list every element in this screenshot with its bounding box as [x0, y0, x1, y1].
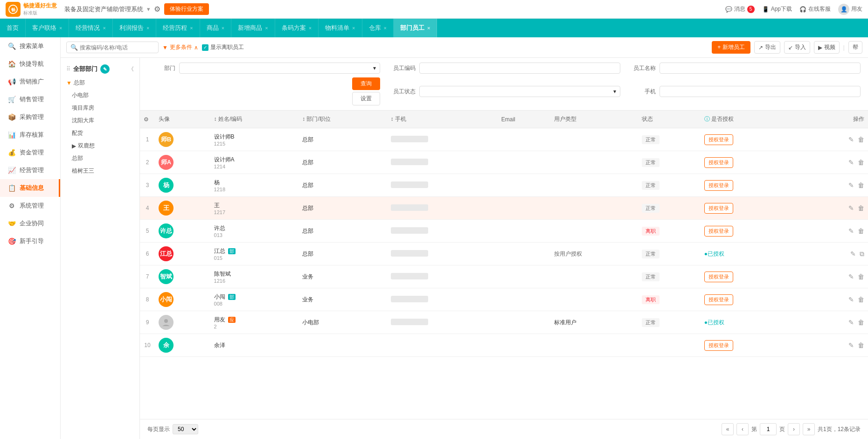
- sidebar-item-basic[interactable]: 📋 基础信息: [0, 179, 60, 197]
- auth-login-button[interactable]: 授权登录: [704, 180, 733, 191]
- nav-close-icon[interactable]: ×: [427, 25, 430, 31]
- auth-login-button[interactable]: 授权登录: [704, 294, 733, 305]
- edit-icon[interactable]: ✎: [848, 296, 854, 303]
- edit-icon[interactable]: ✎: [848, 319, 854, 326]
- auth-login-button[interactable]: 授权登录: [704, 340, 733, 351]
- nav-close-icon[interactable]: ×: [222, 25, 224, 31]
- nav-operation-status[interactable]: 经营情况 ×: [69, 19, 112, 37]
- view-button[interactable]: ▶ 视频: [814, 41, 840, 54]
- nav-close-icon[interactable]: ×: [146, 25, 149, 31]
- sidebar-item-operation[interactable]: 📈 经营管理: [0, 161, 60, 179]
- nav-barcode[interactable]: 条码方案 ×: [275, 19, 319, 37]
- delete-icon[interactable]: 🗑: [858, 159, 864, 166]
- nav-close-icon[interactable]: ×: [265, 25, 268, 31]
- dept-edit-icon[interactable]: ✎: [100, 64, 110, 74]
- th-dept[interactable]: ↕ 部门/职位: [299, 111, 387, 128]
- filter-phone-input[interactable]: [660, 86, 861, 97]
- nav-warehouse[interactable]: 仓库 ×: [362, 19, 394, 37]
- dropdown-arrow[interactable]: ▾: [147, 6, 150, 13]
- delete-icon[interactable]: 🗑: [858, 227, 864, 235]
- th-phone[interactable]: ↕ 手机: [387, 111, 498, 128]
- auth-login-button[interactable]: 授权登录: [704, 272, 733, 282]
- first-page-button[interactable]: «: [722, 423, 734, 435]
- edit-icon[interactable]: ✎: [848, 227, 854, 235]
- delete-icon[interactable]: 🗑: [858, 181, 864, 189]
- sidebar-item-purchase[interactable]: 📦 采购管理: [0, 108, 60, 126]
- sidebar-item-sales[interactable]: 🛒 销售管理: [0, 91, 60, 108]
- sidebar-item-search[interactable]: 🔍 搜索菜单: [0, 37, 60, 55]
- dept-tree-item-peihuo[interactable]: 配货: [61, 127, 139, 139]
- delete-icon[interactable]: 🗑: [858, 341, 864, 349]
- edit-icon[interactable]: ✎: [848, 204, 854, 212]
- add-employee-button[interactable]: + 新增员工: [712, 41, 750, 54]
- copy-icon[interactable]: ⧉: [860, 250, 864, 258]
- dept-tree-item-xiaodian[interactable]: 小电部: [61, 89, 139, 102]
- gear-icon[interactable]: ⚙: [154, 5, 160, 14]
- search-input-wrap[interactable]: 🔍: [66, 42, 159, 53]
- search-input[interactable]: [80, 44, 154, 51]
- filter-empcode-input[interactable]: [419, 63, 620, 74]
- sidebar-item-quicknav[interactable]: 🏠 快捷导航: [0, 55, 60, 73]
- delete-icon[interactable]: 🗑: [858, 136, 864, 143]
- online-service-item[interactable]: 🎧 在线客服: [799, 5, 831, 13]
- auth-login-button[interactable]: 授权登录: [704, 203, 733, 214]
- user-item[interactable]: 👤 用友: [838, 4, 862, 15]
- app-download-item[interactable]: 📱 App下载: [762, 5, 792, 13]
- trial-button[interactable]: 体验行业方案: [164, 3, 209, 15]
- delete-icon[interactable]: 🗑: [858, 273, 864, 280]
- nav-customer[interactable]: 客户联络 ×: [26, 19, 69, 37]
- nav-close-icon[interactable]: ×: [59, 25, 62, 31]
- auth-login-button[interactable]: 授权登录: [704, 134, 733, 145]
- edit-icon[interactable]: ✎: [848, 136, 854, 143]
- set-button[interactable]: 设置: [352, 92, 380, 105]
- filter-status-select[interactable]: ▾: [419, 86, 620, 97]
- nav-close-icon[interactable]: ×: [190, 25, 193, 31]
- nav-goods[interactable]: 商品 ×: [200, 19, 231, 37]
- message-item[interactable]: 💬 消息 5: [725, 5, 755, 13]
- auth-login-button[interactable]: 授权登录: [704, 157, 733, 168]
- sidebar-item-system[interactable]: ⚙ 系统管理: [0, 197, 60, 215]
- last-page-button[interactable]: »: [803, 423, 815, 435]
- edit-icon[interactable]: ✎: [848, 341, 854, 349]
- dept-tree-item-project[interactable]: 项目库房: [61, 102, 139, 114]
- delete-icon[interactable]: 🗑: [858, 319, 864, 326]
- dept-collapse-icon[interactable]: 《: [128, 65, 134, 73]
- more-conditions-btn[interactable]: ▼ 更多条件 ∧: [162, 43, 198, 51]
- auth-login-button[interactable]: 授权登录: [704, 226, 733, 237]
- delete-icon[interactable]: 🗑: [858, 204, 864, 212]
- nav-bom[interactable]: 物料清单 ×: [319, 19, 362, 37]
- query-button[interactable]: 查询: [352, 77, 380, 90]
- dept-tree-item-shuanglu[interactable]: ▶ 双鹿想: [61, 139, 139, 152]
- nav-department-staff[interactable]: 部门员工 ×: [394, 19, 437, 37]
- nav-add-goods[interactable]: 新增商品 ×: [231, 19, 275, 37]
- th-name[interactable]: ↕ 姓名/编码: [210, 111, 299, 128]
- nav-close-icon[interactable]: ×: [352, 25, 355, 31]
- edit-icon[interactable]: ✎: [848, 181, 854, 189]
- export-button[interactable]: ↗ 导出: [754, 41, 780, 54]
- page-number-input[interactable]: [760, 423, 777, 435]
- show-resigned-toggle[interactable]: ✓ 显示离职员工: [202, 43, 244, 51]
- per-page-select[interactable]: 50 100: [173, 424, 198, 434]
- edit-icon[interactable]: ✎: [850, 250, 856, 258]
- nav-profit-report[interactable]: 利润报告 ×: [113, 19, 156, 37]
- help-button[interactable]: 帮: [848, 41, 862, 54]
- nav-close-icon[interactable]: ×: [384, 25, 387, 31]
- import-button[interactable]: ↙ 导入: [784, 41, 810, 54]
- sidebar-item-guide[interactable]: 🎯 新手引导: [0, 232, 60, 250]
- nav-close-icon[interactable]: ×: [103, 25, 105, 31]
- edit-icon[interactable]: ✎: [848, 159, 854, 166]
- dept-tree-item-zongbu[interactable]: 总部: [61, 152, 139, 165]
- nav-operation-history[interactable]: 经营历程 ×: [156, 19, 200, 37]
- th-gear[interactable]: ⚙: [140, 111, 155, 128]
- delete-icon[interactable]: 🗑: [858, 296, 864, 303]
- dept-tree-item-zongbu-root[interactable]: ▼ 总部: [61, 77, 139, 89]
- sidebar-item-inventory[interactable]: 📊 库存核算: [0, 126, 60, 144]
- filter-dept-select[interactable]: ▾: [179, 63, 380, 74]
- filter-empname-input[interactable]: [660, 63, 861, 74]
- nav-close-icon[interactable]: ×: [309, 25, 312, 31]
- next-page-button[interactable]: ›: [788, 423, 800, 435]
- sidebar-item-finance[interactable]: 💰 资金管理: [0, 144, 60, 161]
- prev-page-button[interactable]: ‹: [736, 423, 749, 435]
- sidebar-item-collab[interactable]: 🤝 企业协同: [0, 215, 60, 232]
- dept-tree-item-zhishu[interactable]: 植树王三: [61, 165, 139, 177]
